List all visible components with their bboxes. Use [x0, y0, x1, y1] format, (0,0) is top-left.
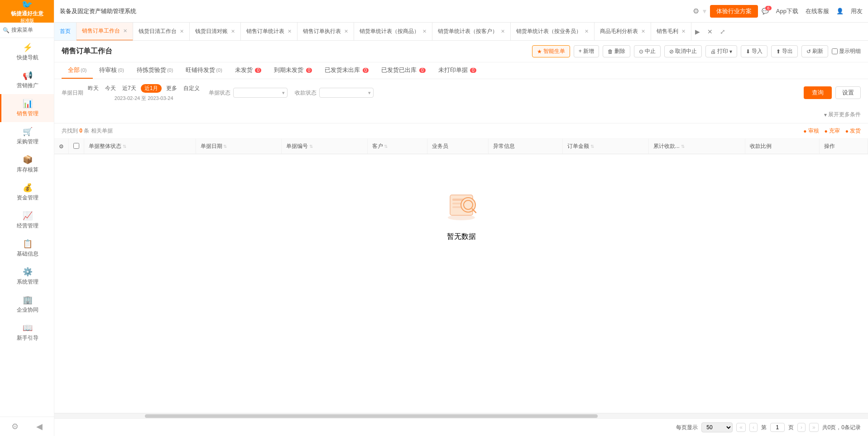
tab-close-icon[interactable]: ✕: [585, 28, 589, 34]
tab-cash-reconcile[interactable]: 钱货日清对账 ✕: [190, 23, 241, 41]
import-button[interactable]: ⬇ 导入: [741, 45, 767, 57]
collapse-icon[interactable]: ◀: [36, 422, 43, 431]
tab-cash-daily[interactable]: 钱货日清工作台 ✕: [133, 23, 190, 41]
set-button[interactable]: 设置: [835, 86, 861, 99]
col-settings[interactable]: ⚙: [54, 139, 69, 154]
tab-product-margin[interactable]: 商品毛利分析表 ✕: [595, 23, 651, 41]
sub-tab-shipped-not-warehoused[interactable]: 已发货未出库 0: [318, 62, 375, 79]
solution-button[interactable]: 体验行业方案: [710, 5, 758, 18]
sub-tab-pending-review[interactable]: 待审核(0): [93, 62, 130, 79]
page-number-input[interactable]: [770, 423, 785, 432]
tabs-more-button[interactable]: ▶: [691, 23, 704, 41]
sidebar-item-enterprise[interactable]: 🏢 企业协同: [0, 290, 54, 318]
unreview-button[interactable]: ● 充审: [825, 127, 840, 135]
date-opt-yesterday[interactable]: 昨天: [86, 84, 101, 93]
date-opt-more[interactable]: 更多: [164, 84, 179, 93]
export-icon: ⬆: [776, 48, 781, 55]
status-filter-label: 单据状态: [209, 89, 230, 97]
sidebar-item-marketing[interactable]: 📢 营销推广: [0, 66, 54, 94]
tab-close-icon[interactable]: ✕: [422, 28, 427, 34]
sub-tab-not-shipped[interactable]: 未发货 0: [229, 62, 268, 79]
sub-tab-expired-not-shipped[interactable]: 到期未发货 0: [268, 62, 318, 79]
expand-conditions-button[interactable]: ▾ 展开更多条件: [824, 111, 861, 118]
col-customer[interactable]: 客户: [367, 139, 427, 154]
ship-button[interactable]: ● 发货: [845, 127, 861, 135]
sidebar-item-operations[interactable]: 📈 经营管理: [0, 206, 54, 234]
col-date[interactable]: 单据日期: [196, 139, 282, 154]
tab-close-icon[interactable]: ✕: [344, 28, 348, 34]
tab-sales-stats[interactable]: 销售订单统计表 ✕: [241, 23, 297, 41]
sub-tab-shipped-warehoused[interactable]: 已发货已出库 0: [375, 62, 432, 79]
app-download-link[interactable]: App下载: [776, 7, 798, 15]
sidebar-item-finance[interactable]: 💰 资金管理: [0, 178, 54, 206]
col-checkbox[interactable]: [69, 139, 84, 154]
sidebar-item-system[interactable]: ⚙️ 系统管理: [0, 262, 54, 290]
show-detail-checkbox[interactable]: 显示明细: [832, 47, 861, 55]
tab-sales-exec[interactable]: 销售订单执行表 ✕: [297, 23, 354, 41]
col-amount[interactable]: 订单金额: [563, 139, 649, 154]
sidebar-item-sales[interactable]: 📊 销售管理: [0, 94, 54, 122]
tab-close-icon[interactable]: ✕: [681, 28, 686, 34]
new-button[interactable]: + 新增: [574, 45, 599, 57]
date-opt-1month[interactable]: 近1月: [141, 84, 162, 93]
logo-icon: 🐦: [21, 0, 33, 10]
message-badge-container[interactable]: 💬 6: [762, 8, 769, 14]
tab-sales-summary-product[interactable]: 销货单统计表（按商品） ✕: [354, 23, 432, 41]
tab-cash-reconcile-label: 钱货日清对账: [195, 28, 228, 35]
smart-create-button[interactable]: ★ 智能生单: [532, 45, 570, 57]
date-opt-today[interactable]: 今天: [103, 84, 118, 93]
tabs-expand[interactable]: ⤢: [716, 23, 729, 41]
export-button[interactable]: ⬆ 导出: [771, 45, 798, 57]
sub-tab-all[interactable]: 全部(0): [62, 62, 93, 79]
sidebar-item-inventory[interactable]: 📦 库存核算: [0, 150, 54, 178]
tab-close-icon[interactable]: ✕: [231, 28, 235, 34]
gear-icon[interactable]: ⚙: [693, 7, 699, 15]
receipt-select[interactable]: [319, 88, 374, 98]
delete-button[interactable]: 🗑 删除: [603, 45, 630, 57]
sidebar-item-basic[interactable]: 📋 基础信息: [0, 234, 54, 262]
settings-icon[interactable]: ⚙: [11, 422, 19, 431]
tab-sales-summary-customer[interactable]: 销货单统计表（按客户） ✕: [432, 23, 511, 41]
page-size-select[interactable]: 10 20 50 100: [701, 422, 733, 432]
tab-close-icon[interactable]: ✕: [501, 28, 505, 34]
tab-sales-more[interactable]: 销售毛利 ✕: [651, 23, 691, 41]
col-collected[interactable]: 累计收款...: [648, 139, 745, 154]
tab-home[interactable]: 首页: [54, 23, 77, 41]
col-status[interactable]: 单据整体状态: [84, 139, 196, 154]
cancel-stop-button[interactable]: ⊘ 取消中止: [664, 45, 702, 57]
sidebar-item-purchase[interactable]: 🛒 采购管理: [0, 122, 54, 150]
tabs-close-all[interactable]: ✕: [704, 23, 716, 41]
select-all-checkbox[interactable]: [73, 143, 79, 149]
sidebar-item-guide[interactable]: 📖 新手引导: [0, 318, 54, 346]
sidebar-item-quick-nav[interactable]: ⚡ 快捷导航: [0, 38, 54, 66]
status-select[interactable]: [233, 88, 288, 98]
date-opt-custom[interactable]: 自定义: [182, 84, 201, 93]
horizontal-scrollbar[interactable]: [54, 413, 868, 418]
sidebar-search[interactable]: 🔍 搜索菜单: [0, 23, 54, 38]
next-page-button[interactable]: ›: [797, 423, 806, 432]
show-detail-input[interactable]: [832, 48, 838, 54]
tab-close-icon[interactable]: ✕: [641, 28, 645, 34]
sub-tab-pending-inspect[interactable]: 待拣货验货(0): [130, 62, 179, 79]
date-opt-7days[interactable]: 近7天: [120, 84, 138, 93]
first-page-button[interactable]: «: [736, 423, 746, 432]
tab-sales-workbench[interactable]: 销售订单工作台 ✕: [77, 23, 133, 41]
stop-button[interactable]: ⊙ 中止: [634, 45, 661, 57]
col-number[interactable]: 单据编号: [282, 139, 368, 154]
online-service-link[interactable]: 在线客服: [806, 7, 829, 15]
tab-sales-summary-staff[interactable]: 销货单统计表（按业务员） ✕: [511, 23, 595, 41]
tab-close-icon[interactable]: ✕: [288, 28, 292, 34]
search-label: 搜索菜单: [11, 26, 33, 34]
tab-close-icon[interactable]: ✕: [123, 28, 127, 34]
scrollbar-thumb[interactable]: [145, 414, 598, 418]
print-button[interactable]: 🖨 打印 ▾: [705, 45, 737, 57]
table-scroll-container[interactable]: ⚙ 单据整体状态 单据日期 单据编号 客户 业务员 异常信息 订单金额 累计收款…: [54, 139, 868, 413]
refresh-button[interactable]: ↺ 刷新: [801, 45, 828, 57]
sub-tab-wangpu[interactable]: 旺铺待发货(0): [179, 62, 228, 79]
prev-page-button[interactable]: ‹: [749, 423, 758, 432]
sub-tab-not-printed[interactable]: 未打印单据 0: [432, 62, 483, 79]
last-page-button[interactable]: »: [809, 423, 819, 432]
review-button[interactable]: ● 审核: [803, 127, 819, 135]
query-button[interactable]: 查询: [804, 86, 832, 99]
tab-close-icon[interactable]: ✕: [180, 28, 184, 34]
